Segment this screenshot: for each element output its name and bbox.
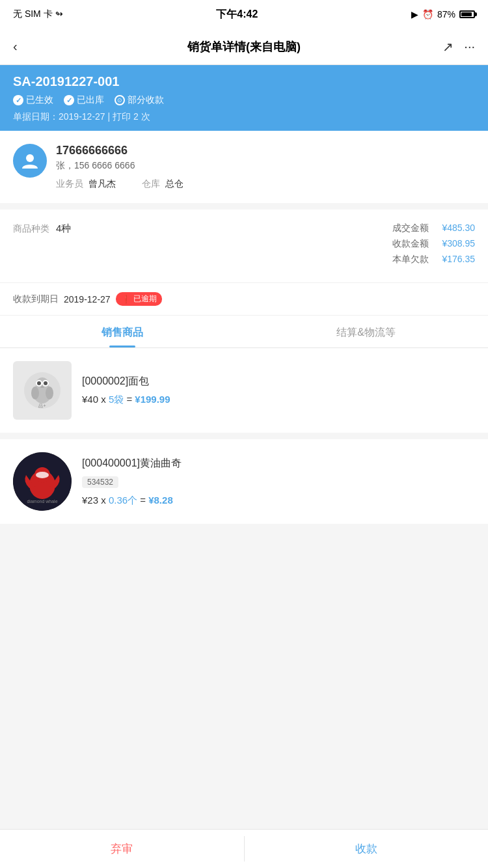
debt-value: ¥176.35 [442, 254, 475, 265]
overdue-section: 收款到期日 2019-12-27 ❗ 已逾期 [0, 282, 488, 315]
status-bar: 无 SIM 卡 ↬ 下午4:42 ▶ ⏰ 87% [0, 0, 488, 29]
badge-effective-label: 已生效 [26, 94, 53, 106]
qty-1: 5袋 [109, 394, 124, 405]
product-price-2: ¥23 x 0.36个 = ¥8.28 [82, 495, 475, 507]
product-list: 品+ [0000002]面包 ¥40 x 5袋 = ¥199.99 [0, 348, 488, 524]
debt-row: 本单欠款 ¥176.35 [392, 254, 475, 265]
cancel-audit-button[interactable]: 弃审 [0, 830, 244, 868]
product-name-2: [000400001]黄油曲奇 [82, 457, 475, 470]
tab-settlement-label: 结算&物流等 [336, 327, 396, 338]
nav-back-area[interactable]: ‹ [13, 39, 52, 54]
tab-settlement[interactable]: 结算&物流等 [244, 316, 488, 347]
customer-card: 17666666666 张，156 6666 6666 业务员 曾凡杰 仓库 总… [0, 131, 488, 203]
avatar-svg [20, 150, 40, 171]
stats-left: 商品种类 4种 [13, 223, 71, 269]
amount-value: ¥485.30 [442, 223, 475, 234]
collect-payment-button[interactable]: 收款 [245, 830, 489, 868]
product-2-image: diamond whale [13, 452, 72, 511]
product-price-1: ¥40 x 5袋 = ¥199.99 [82, 394, 475, 406]
debt-label: 本单欠款 [392, 254, 429, 265]
alarm-icon: ⏰ [422, 9, 433, 20]
product-item-2: diamond whale [000400001]黄油曲奇 534532 ¥23… [0, 439, 488, 524]
check-icon-2: ✓ [64, 95, 74, 105]
owl-icon: 品+ [23, 371, 62, 410]
total-1: ¥199.99 [135, 394, 170, 405]
svg-point-15 [36, 472, 49, 478]
price-2: ¥23 [82, 495, 98, 506]
svg-text:品+: 品+ [38, 403, 46, 408]
nav-actions: ↗ ··· [436, 39, 475, 55]
sales-value: 曾凡杰 [88, 178, 116, 190]
share-button[interactable]: ↗ [442, 39, 454, 55]
badge-shipped-label: 已出库 [77, 94, 104, 106]
warehouse: 仓库 总仓 [142, 178, 183, 190]
time-display: 下午4:42 [216, 8, 258, 21]
product-tag-2: 534532 [82, 476, 118, 488]
total-2: ¥8.28 [148, 495, 173, 506]
overdue-badge-label: 已逾期 [133, 293, 157, 305]
customer-name-phone: 张，156 6666 6666 [56, 160, 475, 172]
badge-partial: ⊙ 部分收款 [115, 94, 164, 106]
bottom-spacer [0, 530, 488, 576]
received-label: 收款金额 [392, 238, 429, 250]
overdue-date: 2019-12-27 [64, 294, 111, 305]
tabs: 销售商品 结算&物流等 [0, 315, 488, 348]
svg-point-0 [26, 154, 34, 162]
warehouse-value: 总仓 [165, 178, 183, 190]
badge-partial-label: 部分收款 [128, 94, 164, 106]
amount-row: 成交金额 ¥485.30 [392, 223, 475, 234]
stats-right: 成交金额 ¥485.30 收款金额 ¥308.95 本单欠款 ¥176.35 [392, 223, 475, 269]
clock-icon: ⊙ [115, 95, 125, 105]
more-button[interactable]: ··· [464, 39, 475, 54]
header-meta: 单据日期：2019-12-27 | 打印 2 次 [13, 111, 475, 123]
product-thumb-1: 品+ [13, 361, 72, 420]
collect-payment-label: 收款 [355, 841, 377, 856]
tab-sales-products[interactable]: 销售商品 [0, 316, 244, 347]
warning-icon: ❗ [121, 295, 131, 304]
tab-underline [109, 346, 135, 347]
badge-effective: ✓ 已生效 [13, 94, 53, 106]
sales-person: 业务员 曾凡杰 [56, 178, 116, 190]
category-label: 商品种类 [13, 223, 49, 235]
wifi-icon: ↬ [55, 8, 63, 19]
category-value: 4种 [56, 223, 71, 235]
customer-meta: 业务员 曾凡杰 仓库 总仓 [56, 178, 475, 190]
carrier-wifi: 无 SIM 卡 ↬ [13, 8, 63, 20]
customer-id: 17666666666 [56, 144, 475, 157]
price-1: ¥40 [82, 394, 98, 405]
tab-sales-label: 销售商品 [102, 327, 143, 338]
sales-label: 业务员 [56, 178, 83, 190]
product-item-1: 品+ [0000002]面包 ¥40 x 5袋 = ¥199.99 [0, 348, 488, 433]
divider-1 [0, 203, 488, 210]
nav-title: 销货单详情(来自电脑) [52, 39, 436, 55]
carrier-text: 无 SIM 卡 [13, 8, 53, 19]
back-button[interactable]: ‹ [13, 39, 18, 54]
location-icon: ▶ [411, 9, 418, 20]
received-value: ¥308.95 [442, 238, 475, 250]
battery-text: 87% [437, 9, 455, 20]
product-info-1: [0000002]面包 ¥40 x 5袋 = ¥199.99 [82, 375, 475, 406]
system-icons: ▶ ⏰ 87% [411, 9, 475, 20]
svg-point-9 [31, 387, 39, 400]
customer-info: 17666666666 张，156 6666 6666 业务员 曾凡杰 仓库 总… [56, 144, 475, 190]
cancel-audit-label: 弃审 [111, 841, 133, 856]
svg-point-6 [37, 381, 41, 385]
warehouse-label: 仓库 [142, 178, 160, 190]
battery-icon [459, 10, 475, 18]
svg-point-10 [46, 387, 53, 400]
header-badges: ✓ 已生效 ✓ 已出库 ⊙ 部分收款 [13, 94, 475, 106]
product-name-1: [0000002]面包 [82, 375, 475, 388]
check-icon-1: ✓ [13, 95, 23, 105]
svg-text:diamond whale: diamond whale [27, 499, 57, 504]
badge-shipped: ✓ 已出库 [64, 94, 104, 106]
stats-section: 商品种类 4种 成交金额 ¥485.30 收款金额 ¥308.95 本单欠款 ¥… [0, 210, 488, 282]
svg-point-7 [44, 381, 47, 385]
received-row: 收款金额 ¥308.95 [392, 238, 475, 250]
header-banner: SA-20191227-001 ✓ 已生效 ✓ 已出库 ⊙ 部分收款 单据日期：… [0, 65, 488, 131]
product-thumb-2: diamond whale [13, 452, 72, 511]
overdue-label: 收款到期日 [13, 293, 59, 305]
nav-bar: ‹ 销货单详情(来自电脑) ↗ ··· [0, 29, 488, 65]
overdue-badge: ❗ 已逾期 [116, 292, 162, 306]
amount-label: 成交金额 [392, 223, 429, 234]
order-id: SA-20191227-001 [13, 74, 475, 89]
